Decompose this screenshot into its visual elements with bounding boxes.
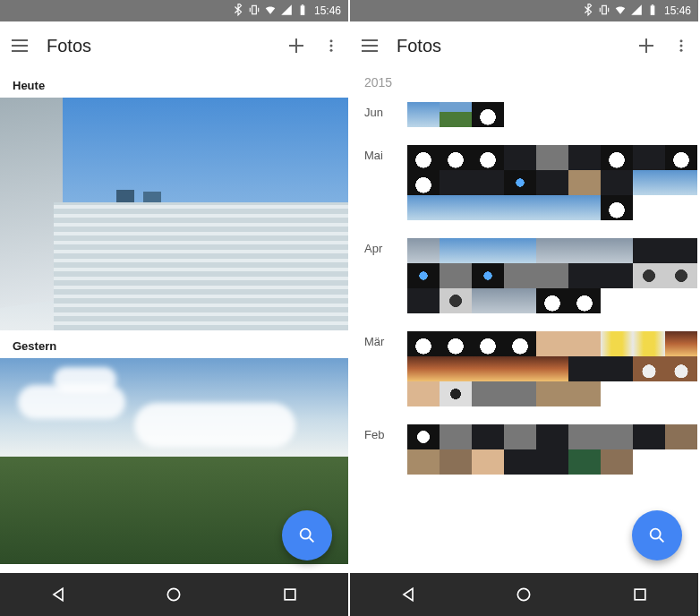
home-icon[interactable] bbox=[165, 586, 183, 603]
add-icon[interactable] bbox=[636, 35, 657, 56]
photo-thumb[interactable] bbox=[536, 195, 568, 220]
photo-thumb[interactable] bbox=[440, 449, 472, 475]
photo-thumb[interactable] bbox=[665, 170, 697, 195]
photo-thumb[interactable] bbox=[472, 170, 504, 195]
photo-thumb[interactable] bbox=[440, 102, 472, 127]
photo-thumb[interactable] bbox=[504, 263, 536, 288]
photo-thumb[interactable] bbox=[633, 356, 665, 381]
photo-thumb[interactable] bbox=[568, 424, 601, 449]
month-row[interactable]: Mär bbox=[350, 328, 698, 421]
menu-icon[interactable] bbox=[9, 35, 30, 56]
photo-thumb[interactable] bbox=[407, 424, 440, 449]
photo-thumb[interactable] bbox=[504, 424, 536, 449]
photo-thumb[interactable] bbox=[407, 263, 440, 288]
photo-thumb[interactable] bbox=[633, 145, 665, 170]
photo-thumb[interactable] bbox=[440, 331, 472, 356]
month-feed[interactable]: 2015 JunMaiAprMärFeb bbox=[350, 70, 698, 573]
photo-thumb[interactable] bbox=[568, 170, 601, 195]
photo-thumb[interactable] bbox=[601, 356, 633, 381]
search-fab[interactable] bbox=[632, 510, 682, 560]
photo-thumb[interactable] bbox=[472, 102, 504, 127]
photo-thumb[interactable] bbox=[633, 263, 665, 288]
photo-thumb[interactable] bbox=[504, 238, 536, 263]
photo-thumb[interactable] bbox=[633, 331, 665, 356]
photo-thumb[interactable] bbox=[633, 170, 665, 195]
photo-thumb[interactable] bbox=[536, 381, 568, 406]
photo-thumb[interactable] bbox=[407, 238, 440, 263]
photo-thumb[interactable] bbox=[472, 195, 504, 220]
photo-thumb[interactable] bbox=[536, 145, 568, 170]
photo-thumb[interactable] bbox=[472, 424, 504, 449]
photo-thumb[interactable] bbox=[472, 145, 504, 170]
photo-thumb[interactable] bbox=[472, 381, 504, 406]
photo-thumb[interactable] bbox=[504, 331, 536, 356]
photo-thumb[interactable] bbox=[633, 238, 665, 263]
photo-thumb[interactable] bbox=[440, 263, 472, 288]
photo-thumb[interactable] bbox=[601, 263, 633, 288]
overflow-icon[interactable] bbox=[673, 35, 689, 56]
photo-thumb[interactable] bbox=[568, 356, 601, 381]
photo-thumb[interactable] bbox=[407, 331, 440, 356]
photo-thumb[interactable] bbox=[568, 449, 601, 475]
photo-thumb[interactable] bbox=[504, 170, 536, 195]
photo-thumb[interactable] bbox=[504, 381, 536, 406]
photo-thumb[interactable] bbox=[568, 288, 601, 313]
add-icon[interactable] bbox=[286, 35, 307, 56]
photo-thumb[interactable] bbox=[440, 238, 472, 263]
photo-feed[interactable]: Heute Gestern bbox=[0, 70, 348, 573]
photo-thumb[interactable] bbox=[665, 331, 697, 356]
photo-thumb[interactable] bbox=[440, 356, 472, 381]
back-icon[interactable] bbox=[399, 586, 417, 603]
photo-thumb[interactable] bbox=[665, 145, 697, 170]
photo-item[interactable] bbox=[0, 98, 348, 330]
photo-thumb[interactable] bbox=[407, 195, 440, 220]
photo-thumb[interactable] bbox=[568, 381, 601, 406]
photo-thumb[interactable] bbox=[407, 170, 440, 195]
photo-thumb[interactable] bbox=[633, 424, 665, 449]
photo-thumb[interactable] bbox=[440, 381, 472, 406]
photo-thumb[interactable] bbox=[601, 449, 633, 475]
photo-thumb[interactable] bbox=[665, 424, 697, 449]
photo-thumb[interactable] bbox=[568, 238, 601, 263]
photo-thumb[interactable] bbox=[536, 238, 568, 263]
photo-thumb[interactable] bbox=[536, 449, 568, 475]
month-row[interactable]: Mai bbox=[350, 141, 698, 235]
photo-thumb[interactable] bbox=[407, 381, 440, 406]
menu-icon[interactable] bbox=[359, 35, 380, 56]
photo-thumb[interactable] bbox=[665, 356, 697, 381]
photo-thumb[interactable] bbox=[472, 288, 504, 313]
overflow-icon[interactable] bbox=[323, 35, 339, 56]
photo-thumb[interactable] bbox=[504, 449, 536, 475]
photo-thumb[interactable] bbox=[568, 145, 601, 170]
photo-thumb[interactable] bbox=[504, 356, 536, 381]
back-icon[interactable] bbox=[49, 586, 67, 603]
photo-thumb[interactable] bbox=[665, 238, 697, 263]
photo-thumb[interactable] bbox=[568, 263, 601, 288]
photo-thumb[interactable] bbox=[440, 195, 472, 220]
photo-thumb[interactable] bbox=[536, 356, 568, 381]
photo-thumb[interactable] bbox=[601, 331, 633, 356]
month-row[interactable]: Feb bbox=[350, 421, 698, 489]
photo-thumb[interactable] bbox=[504, 288, 536, 313]
photo-thumb[interactable] bbox=[407, 449, 440, 475]
photo-thumb[interactable] bbox=[440, 145, 472, 170]
recent-icon[interactable] bbox=[631, 586, 649, 603]
photo-thumb[interactable] bbox=[536, 170, 568, 195]
photo-thumb[interactable] bbox=[536, 263, 568, 288]
photo-thumb[interactable] bbox=[601, 424, 633, 449]
photo-thumb[interactable] bbox=[568, 195, 601, 220]
photo-thumb[interactable] bbox=[407, 145, 440, 170]
search-fab[interactable] bbox=[282, 510, 332, 560]
photo-thumb[interactable] bbox=[536, 288, 568, 313]
home-icon[interactable] bbox=[515, 586, 533, 603]
photo-thumb[interactable] bbox=[440, 424, 472, 449]
photo-thumb[interactable] bbox=[407, 356, 440, 381]
photo-thumb[interactable] bbox=[568, 331, 601, 356]
photo-thumb[interactable] bbox=[665, 263, 697, 288]
photo-thumb[interactable] bbox=[504, 145, 536, 170]
photo-thumb[interactable] bbox=[472, 238, 504, 263]
photo-thumb[interactable] bbox=[536, 424, 568, 449]
photo-thumb[interactable] bbox=[536, 331, 568, 356]
photo-thumb[interactable] bbox=[472, 356, 504, 381]
photo-thumb[interactable] bbox=[472, 263, 504, 288]
